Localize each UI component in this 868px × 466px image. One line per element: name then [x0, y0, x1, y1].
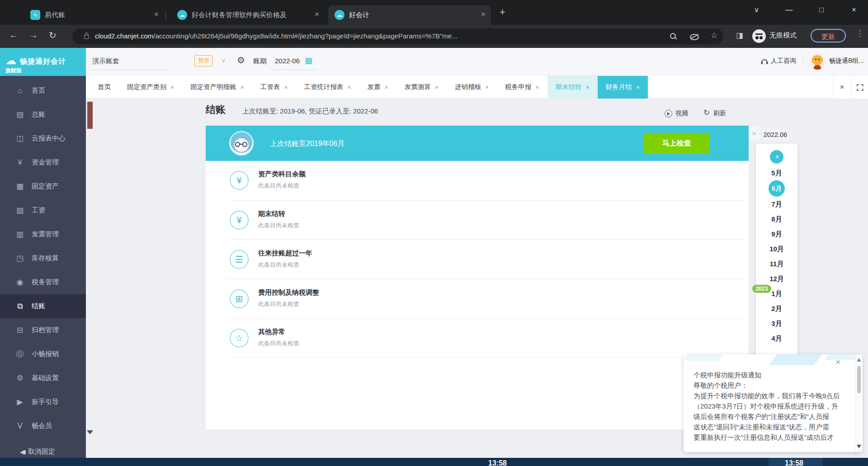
month-item[interactable]: 8月 — [771, 212, 782, 226]
unpin-button[interactable]: ◀▮取消固定 — [20, 447, 55, 456]
sidebar-item[interactable]: ◫ 云报表中心 — [0, 127, 86, 151]
workspace-tab[interactable]: 工资统计报表 × — [296, 76, 359, 99]
sidebar-item[interactable]: ⊟ 归档管理 — [0, 318, 86, 342]
month-item[interactable]: 2月 — [771, 301, 782, 316]
bookmark-star-icon[interactable]: ☆ — [711, 31, 717, 40]
workspace-tab[interactable]: 工资表 × — [252, 76, 296, 99]
account-set-selector[interactable]: 演示账套 — [92, 57, 119, 66]
chevron-down-icon[interactable]: ∨ — [222, 57, 226, 64]
window-close-button[interactable]: × — [847, 6, 861, 14]
close-all-tabs-button[interactable]: × — [833, 76, 851, 99]
check-item-row[interactable]: ¥ 期末结转 此条目尚未检查 — [227, 200, 744, 240]
tab-search-icon[interactable]: ∨ — [754, 6, 759, 14]
sidebar-item[interactable]: ▦ 固定资产 — [0, 174, 86, 198]
window-maximize-button[interactable]: □ — [815, 6, 828, 14]
workspace-tab-close-icon[interactable]: × — [535, 84, 539, 91]
workspace-tab-close-icon[interactable]: × — [284, 84, 288, 91]
month-item[interactable]: 11月 — [770, 256, 784, 271]
month-item[interactable]: 6月 — [769, 180, 785, 197]
browser-tab[interactable]: ☁ 好会计财务管理软件购买价格及 × — [171, 5, 325, 25]
workspace-tab[interactable]: 固定资产类别 × — [119, 76, 182, 99]
sidebar-item[interactable]: ⚙ 基础设置 — [0, 366, 86, 390]
eye-off-icon[interactable] — [690, 34, 699, 40]
month-item[interactable]: 5月 — [771, 165, 782, 180]
check-item-row[interactable]: ⊞ 费用控制及纳税调整 此条目尚未检查 — [227, 279, 744, 318]
browser-tab[interactable]: ∿ 易代账 × — [24, 5, 164, 25]
workspace-tab[interactable]: 固定资产明细账 × — [182, 76, 252, 99]
workspace-tab[interactable]: 发票测算 × — [396, 76, 447, 99]
month-item[interactable]: 9月 — [771, 226, 782, 241]
workspace-tab-close-icon[interactable]: × — [170, 84, 174, 91]
workspace-tab[interactable]: 财务月结 × — [598, 76, 648, 99]
sidebar-item[interactable]: ▥ 发票管理 — [0, 222, 86, 246]
tab-close-icon[interactable]: × — [481, 10, 486, 19]
check-item-row[interactable]: ¥ 资产类科目余额 此条目尚未检查 — [227, 161, 744, 200]
workspace-tab-close-icon[interactable]: × — [485, 84, 489, 91]
scroll-down-icon[interactable] — [857, 445, 861, 448]
sidebar-item[interactable]: ▧ 工资 — [0, 198, 86, 222]
month-item[interactable]: 4月 — [771, 331, 782, 346]
clipboard-icon: ⊞ — [230, 289, 249, 308]
tab-close-icon[interactable]: × — [315, 10, 319, 19]
popup-close-icon[interactable]: × — [835, 357, 840, 367]
check-now-button[interactable]: 马上检查 — [644, 133, 709, 154]
fullscreen-button[interactable] — [851, 76, 868, 99]
new-tab-button[interactable]: + — [500, 6, 505, 18]
check-item-row[interactable]: ☰ 往来挂账超过一年 此条目尚未检查 — [227, 240, 744, 279]
workspace-tab-close-icon[interactable]: × — [636, 84, 640, 91]
sidebar-item[interactable]: ▶ 新手引导 — [0, 390, 86, 414]
browser-menu-icon[interactable]: ⋮ — [856, 28, 864, 38]
scrollbar-thumb[interactable] — [857, 366, 861, 393]
tab-close-icon[interactable]: × — [154, 10, 159, 19]
workspace-tab[interactable]: 首页 × — [90, 76, 119, 99]
calendar-icon[interactable]: ▦ — [305, 56, 312, 66]
workspace-tab-close-icon[interactable]: × — [385, 84, 388, 91]
side-panel-icon[interactable]: ◨ — [736, 31, 743, 40]
workspace-tab[interactable]: 税务申报 × — [497, 76, 547, 99]
invoice-icon: ▥ — [14, 230, 25, 239]
month-item[interactable]: 3月 — [771, 316, 782, 331]
refresh-icon[interactable]: ↻ — [703, 108, 710, 118]
sidebar-scrollbar-thumb[interactable] — [87, 102, 93, 129]
sidebar-item[interactable]: ◉ 税务管理 — [0, 270, 86, 294]
month-item[interactable]: 7月 — [771, 197, 782, 212]
period-value[interactable]: 2022-06 — [275, 57, 300, 65]
month-item[interactable]: 1月 — [771, 286, 782, 301]
panel-collapse-icon[interactable]: » — [749, 127, 760, 140]
workspace-tab[interactable]: 进销稽核 × — [447, 76, 497, 99]
back-button[interactable]: ← — [9, 30, 18, 40]
month-item[interactable]: 10月 — [769, 241, 784, 256]
workspace-tab[interactable]: 发票 × — [359, 76, 396, 99]
sidebar-item[interactable]: Ⓖ 小畅报销 — [0, 342, 86, 366]
forward-button[interactable]: → — [29, 30, 38, 40]
check-item-row[interactable]: ☆ 其他异常 此条目尚未检查 — [227, 318, 744, 358]
zoom-icon[interactable] — [670, 33, 676, 39]
refresh-button[interactable]: 刷新 — [713, 109, 726, 118]
support-link[interactable]: 人工咨询 — [771, 57, 796, 65]
workspace-tab-close-icon[interactable]: × — [241, 84, 244, 91]
workspace-tab-close-icon[interactable]: × — [435, 84, 439, 91]
sidebar-item[interactable]: ◳ 库存核算 — [0, 246, 86, 270]
cloud-report-icon: ◫ — [14, 134, 25, 143]
scroll-up-icon[interactable] — [857, 358, 861, 362]
workspace-tab[interactable]: 期末结转 × — [547, 76, 598, 99]
sidebar-item[interactable]: Ⅴ 畅会员 — [0, 414, 86, 438]
workspace-tab-close-icon[interactable]: × — [348, 84, 351, 91]
sidebar-scroll-down-icon[interactable] — [87, 430, 93, 434]
sidebar-item[interactable]: ⌂ 首页 — [0, 79, 86, 103]
month-item[interactable]: 12月 — [769, 271, 784, 286]
months-scroll-up-icon[interactable]: » — [770, 150, 783, 164]
window-minimize-button[interactable]: — — [782, 6, 796, 14]
update-button[interactable]: 更新 — [811, 29, 846, 42]
workspace-tab-close-icon[interactable]: × — [586, 84, 590, 91]
sidebar-item[interactable]: ▤ 总账 — [0, 103, 86, 127]
url-bar[interactable]: cloud2.chanjet.com/accounting/uh26t264j5… — [72, 28, 723, 44]
user-menu[interactable]: 畅捷通B组... — [829, 57, 865, 65]
video-play-icon[interactable] — [665, 110, 672, 118]
reload-button[interactable]: ↻ — [49, 30, 57, 41]
gear-icon[interactable]: ⚙ — [237, 55, 245, 66]
video-button[interactable]: 视频 — [675, 109, 688, 118]
browser-tab[interactable]: ☁ 好会计 × — [328, 5, 491, 25]
sidebar-item[interactable]: ⧉ 结账 — [0, 294, 86, 318]
sidebar-item[interactable]: ¥ 资金管理 — [0, 151, 86, 174]
